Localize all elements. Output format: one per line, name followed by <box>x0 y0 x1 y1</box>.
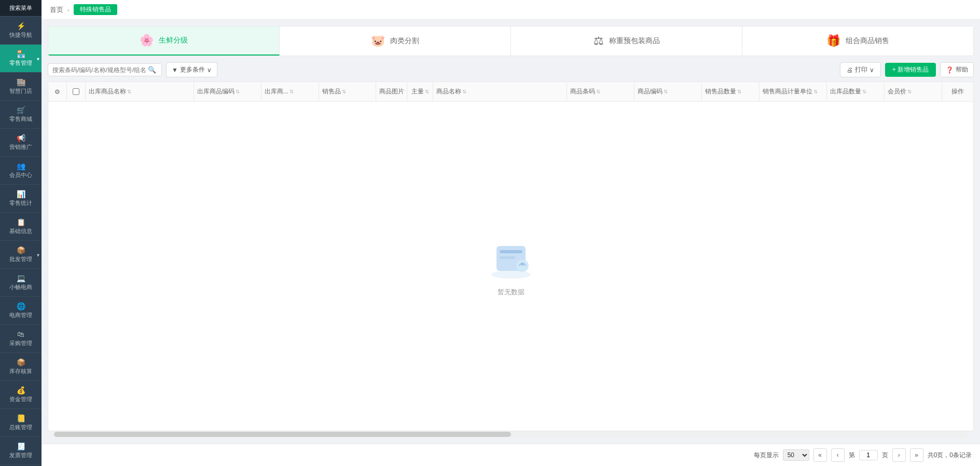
sidebar-item-purchase-mgmt[interactable]: 🛍采购管理 <box>0 325 42 353</box>
sort-icon-out-sku: ⇅ <box>289 89 294 94</box>
th-settings[interactable]: ⚙ <box>48 82 67 101</box>
sidebar-item-marketing[interactable]: 📢营销推广 <box>0 129 42 157</box>
prev-page-button[interactable]: ‹ <box>831 448 845 462</box>
sidebar-logo[interactable]: 搜索菜单 <box>0 0 42 17</box>
filter-icon: ▼ <box>172 66 178 74</box>
tab-combo-label: 组合商品销售 <box>846 36 889 46</box>
sidebar-label-quick-nav: 快捷导航 <box>2 31 39 39</box>
select-all-checkbox[interactable] <box>73 88 79 95</box>
add-label: + 新增销售品 <box>892 65 929 74</box>
sidebar-item-ledger[interactable]: 📒总账管理 <box>0 409 42 437</box>
tab-cards: 🌸 生鲜分级 🐷 肉类分割 ⚖ 称重预包装商品 🎁 组合商品销售 <box>48 26 974 56</box>
th-price-label: 会员价 <box>888 87 906 96</box>
sidebar-item-member-center[interactable]: 👥会员中心 <box>0 157 42 185</box>
page-size-label: 每页显示 <box>754 451 779 460</box>
th-out-name[interactable]: 出库商品名称 ⇅ <box>86 82 194 101</box>
sidebar-item-inventory[interactable]: 📦库存核算 <box>0 353 42 381</box>
sidebar-item-mini-ecom[interactable]: 💻小畅电商 <box>0 269 42 297</box>
th-good-name-label: 商品名称 <box>436 87 461 96</box>
table-header: ⚙ 出库商品名称 ⇅ 出库商品编码 ⇅ 出库商... ⇅ 销售品 <box>48 82 973 102</box>
tab-weigh-pack[interactable]: ⚖ 称重预包装商品 <box>511 26 742 56</box>
th-main[interactable]: 主量 ⇅ <box>407 82 433 101</box>
sidebar-label-member-center: 会员中心 <box>2 171 39 179</box>
th-out-sku-label: 出库商... <box>265 87 288 96</box>
sort-icon-good-code: ⇅ <box>664 89 668 94</box>
th-out-code[interactable]: 出库商品编码 ⇅ <box>194 82 261 101</box>
sidebar-item-retail-mgmt[interactable]: 🏪零售管理 <box>0 45 42 73</box>
sort-icon-main: ⇅ <box>425 89 429 94</box>
sort-icon-out-code: ⇅ <box>236 89 240 94</box>
help-button[interactable]: ❓ 帮助 <box>940 62 974 77</box>
sidebar-item-ecom-mgmt[interactable]: 🌐电商管理 <box>0 297 42 325</box>
sidebar-item-basic-info[interactable]: 📋基础信息 <box>0 213 42 241</box>
th-selling-label: 销售品 <box>322 87 341 96</box>
sidebar-icon-ledger: 📒 <box>2 414 39 422</box>
chevron-down-icon: ∨ <box>207 66 212 74</box>
sidebar-item-retail-mall[interactable]: 🛒零售商城 <box>0 101 42 129</box>
tab-combo[interactable]: 🎁 组合商品销售 <box>742 26 973 56</box>
sidebar-icon-basic-info: 📋 <box>2 218 39 226</box>
sidebar-item-invoice[interactable]: 🧾发票管理 <box>0 437 42 465</box>
search-box[interactable]: 🔍 <box>48 63 162 76</box>
breadcrumb-home[interactable]: 首页 <box>50 5 63 15</box>
tab-fresh-grade[interactable]: 🌸 生鲜分级 <box>48 26 280 56</box>
print-button[interactable]: 🖨 打印 ∨ <box>840 62 881 77</box>
search-input[interactable] <box>52 66 146 74</box>
empty-illustration: 暂无数据 <box>485 236 537 297</box>
filter-button[interactable]: ▼ 更多条件 ∨ <box>166 62 217 77</box>
toolbar-right: 🖨 打印 ∨ + 新增销售品 ❓ 帮助 <box>840 62 974 77</box>
scroll-thumb[interactable] <box>54 432 511 437</box>
sidebar-icon-smart-store: 🏬 <box>2 78 39 86</box>
tab-meat-cut[interactable]: 🐷 肉类分割 <box>280 26 511 56</box>
sort-icon-selling: ⇅ <box>342 89 346 94</box>
horizontal-scrollbar[interactable] <box>54 431 968 437</box>
sidebar-label-wholesale-mgmt: 批发管理 <box>2 255 39 263</box>
th-selling[interactable]: 销售品 ⇅ <box>319 82 377 101</box>
svg-point-0 <box>491 270 531 279</box>
sidebar-item-quick-nav[interactable]: ⚡快捷导航 <box>0 17 42 45</box>
page-size-select[interactable]: 50 10 20 100 <box>783 449 809 461</box>
sidebar-icon-member-center: 👥 <box>2 162 39 170</box>
sidebar-label-retail-stats: 零售统计 <box>2 199 39 207</box>
sidebar-item-smart-store[interactable]: 🏬智慧门店 <box>0 73 42 101</box>
th-price[interactable]: 会员价 ⇅ <box>885 82 942 101</box>
page-input[interactable] <box>859 450 878 460</box>
th-action-label: 操作 <box>951 87 964 96</box>
fresh-grade-icon: 🌸 <box>140 34 154 47</box>
th-checkbox[interactable] <box>67 82 86 101</box>
breadcrumb-current[interactable]: 特殊销售品 <box>74 4 117 15</box>
sidebar-item-retail-stats[interactable]: 📊零售统计 <box>0 185 42 213</box>
pagination-bar: 每页显示 50 10 20 100 « ‹ 第 页 › » 共0页，0条记录 <box>42 444 980 466</box>
sidebar-label-finance: 资金管理 <box>2 395 39 403</box>
th-qty-label: 销售品数量 <box>705 87 736 96</box>
th-img[interactable]: 商品图片 <box>376 82 407 101</box>
print-label: 打印 <box>855 65 867 74</box>
empty-text: 暂无数据 <box>498 287 524 297</box>
sidebar-item-wholesale-mgmt[interactable]: 📦批发管理 <box>0 241 42 269</box>
svg-rect-2 <box>500 250 522 253</box>
sidebar-item-finance[interactable]: 💰资金管理 <box>0 381 42 409</box>
th-barcode[interactable]: 商品条码 ⇅ <box>567 82 634 101</box>
next-page-button[interactable]: › <box>892 448 906 462</box>
table-container: ⚙ 出库商品名称 ⇅ 出库商品编码 ⇅ 出库商... ⇅ 销售品 <box>48 81 974 431</box>
th-qty[interactable]: 销售品数量 ⇅ <box>702 82 760 101</box>
filter-label: 更多条件 <box>180 65 205 74</box>
th-good-code[interactable]: 商品编码 ⇅ <box>634 82 702 101</box>
first-page-button[interactable]: « <box>813 448 827 462</box>
sidebar-icon-retail-mgmt: 🏪 <box>2 50 39 58</box>
th-good-name[interactable]: 商品名称 ⇅ <box>433 82 567 101</box>
th-unit[interactable]: 销售商品计量单位 ⇅ <box>760 82 827 101</box>
search-menu-btn[interactable]: 搜索菜单 <box>0 4 42 12</box>
th-barcode-label: 商品条码 <box>570 87 595 96</box>
sidebar: 搜索菜单 ⚡快捷导航🏪零售管理🏬智慧门店🛒零售商城📢营销推广👥会员中心📊零售统计… <box>0 0 42 466</box>
th-out-sku[interactable]: 出库商... ⇅ <box>261 82 319 101</box>
sidebar-icon-retail-stats: 📊 <box>2 190 39 198</box>
sidebar-icon-wholesale-mgmt: 📦 <box>2 246 39 254</box>
last-page-button[interactable]: » <box>910 448 923 462</box>
weigh-pack-icon: ⚖ <box>593 34 604 48</box>
sidebar-label-ecom-mgmt: 电商管理 <box>2 311 39 319</box>
sort-icon-unit: ⇅ <box>813 89 818 94</box>
th-out-qty[interactable]: 出库品数量 ⇅ <box>827 82 885 101</box>
add-button[interactable]: + 新增销售品 <box>885 63 936 77</box>
tab-fresh-grade-label: 生鲜分级 <box>159 36 188 45</box>
